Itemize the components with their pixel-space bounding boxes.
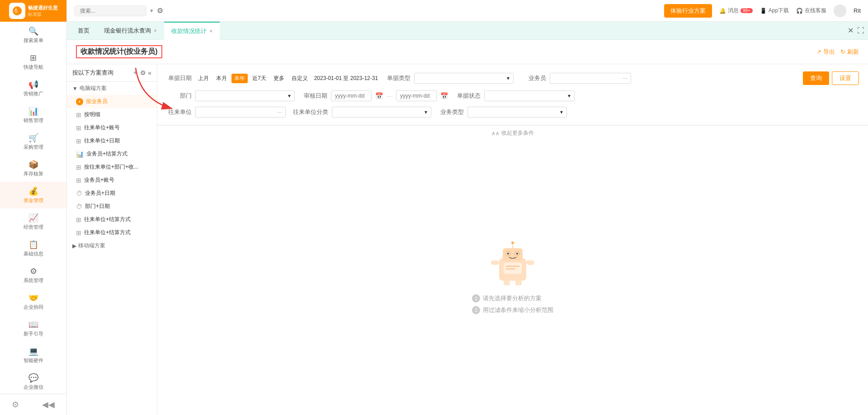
refresh-button[interactable]: ↻ 刷新 xyxy=(840,48,859,56)
date-btn-custom[interactable]: 自定义 xyxy=(289,74,311,83)
inventory-icon: 📦 xyxy=(28,160,38,170)
tab-collection-stats[interactable]: 收款情况统计 × xyxy=(164,22,220,40)
doctype-select[interactable]: ▾ xyxy=(414,73,514,84)
collapse-panel-btn[interactable]: « xyxy=(148,69,151,76)
dept-select[interactable]: ▾ xyxy=(195,90,295,101)
query-button[interactable]: 查询 xyxy=(803,71,829,85)
user-name: Rit xyxy=(854,7,861,14)
tab-maximize-icon[interactable]: ⛶ xyxy=(857,27,864,35)
basic-icon: 📋 xyxy=(28,240,38,250)
doc-status-select[interactable]: ▾ xyxy=(484,90,575,101)
business-type-select[interactable]: ▾ xyxy=(467,107,567,118)
date-btn-more[interactable]: 更多 xyxy=(271,74,287,83)
filter-item-doctype: 单据类型 ▾ xyxy=(385,73,514,84)
collapse-conditions-bar[interactable]: ∧∧ 收起更多条件 xyxy=(157,125,868,141)
panel-header: 按以下方案查询 ＋ ⚙ « xyxy=(67,64,157,82)
date-btn-thismonth[interactable]: 本月 xyxy=(213,74,230,83)
date-btn-7days[interactable]: 近7天 xyxy=(250,74,269,83)
step-1-text: 请先选择要分析的方案 xyxy=(483,294,542,302)
date-divider: — xyxy=(387,93,392,99)
tab-home[interactable]: 首页 xyxy=(71,22,97,40)
counterparty-category-chevron: ▾ xyxy=(425,109,427,115)
empty-state: 1 请先选择要分析的方案 2 用过滤条件来缩小分析范围 xyxy=(157,141,868,415)
header-search-input[interactable] xyxy=(74,5,146,16)
purchase-icon: 🛒 xyxy=(28,133,38,143)
settings-scheme-btn[interactable]: ⚙ xyxy=(140,69,146,76)
review-date-label: 审核日期 xyxy=(302,92,327,100)
tree-item-dept-date[interactable]: ⏱ 部门+日期 xyxy=(67,200,157,213)
sidebar-item-sales[interactable]: 📊 销售管理 xyxy=(0,102,66,128)
filter-row-3: 往来单位 ··· 往来单位分类 ▾ xyxy=(166,107,859,118)
sidebar-item-finance[interactable]: 💰 资金管理 xyxy=(0,182,66,208)
counterparty-select[interactable]: ··· xyxy=(195,107,286,118)
sidebar-item-quicknav[interactable]: ⊞ 快捷导航 xyxy=(0,48,66,75)
review-date-start[interactable] xyxy=(331,90,372,101)
svg-rect-16 xyxy=(515,281,522,285)
tab-close-all-icon[interactable]: ✕ xyxy=(848,26,854,35)
settings-bottom-icon[interactable]: ⚙ xyxy=(10,398,21,411)
filter-buttons: 查询 设置 xyxy=(803,71,859,85)
tab-collection-stats-label: 收款情况统计 xyxy=(171,27,207,35)
tab-bank-flow[interactable]: 现金银行流水查询 × xyxy=(97,22,164,40)
empty-step-2: 2 用过滤条件来缩小分析范围 xyxy=(472,306,553,314)
refresh-icon: ↻ xyxy=(840,48,845,55)
header-dropdown-icon[interactable]: ▾ xyxy=(150,7,153,14)
sidebar-item-search[interactable]: 🔍 搜索菜单 xyxy=(0,22,66,48)
download-icon: 📱 xyxy=(760,8,767,14)
tree-group-mobile[interactable]: ▶ 移动端方案 xyxy=(67,239,157,252)
notifications-action[interactable]: 🔔 消息 99+ xyxy=(719,7,753,14)
empty-illustration xyxy=(486,240,540,285)
add-scheme-btn[interactable]: ＋ xyxy=(132,69,138,77)
tab-bar: 首页 现金银行流水查询 × 收款情况统计 × ✕ ⛶ xyxy=(67,22,868,40)
filter-item-dept: 部门 ▾ xyxy=(166,90,295,101)
date-options-group: 上月 本月 本年 近7天 更多 自定义 xyxy=(195,74,311,83)
sidebar-item-basic[interactable]: 📋 基础信息 xyxy=(0,235,66,262)
trial-button[interactable]: 体验行业方案 xyxy=(664,4,712,18)
app-download-action[interactable]: 📱 App下载 xyxy=(760,7,789,14)
tree-item-by-detail[interactable]: ⊞ 按明细 xyxy=(67,108,157,121)
sidebar-item-enterprise[interactable]: 🤝 企业协同 xyxy=(0,288,66,315)
tree-item-label: 按业务员 xyxy=(86,98,108,105)
sidebar-item-inventory[interactable]: 📦 库存核算 xyxy=(0,155,66,182)
date-btn-thisyear[interactable]: 本年 xyxy=(231,74,248,83)
tree-group-desktop[interactable]: ▼ 电脑端方案 xyxy=(67,82,157,95)
guide-icon: 📖 xyxy=(28,320,38,330)
filter-row-1: 单据日期 上月 本月 本年 近7天 更多 自定义 2023-01-01 至 20… xyxy=(166,71,859,85)
export-button[interactable]: ↗ 导出 xyxy=(816,48,835,56)
tree-collapse-icon: ▶ xyxy=(72,243,76,249)
app-download-label: App下载 xyxy=(769,7,789,14)
bell-icon: 🔔 xyxy=(719,8,726,14)
counterparty-category-select[interactable]: ▾ xyxy=(332,107,431,118)
tree-item-salesperson-settle[interactable]: 📊 业务员+结算方式 xyxy=(67,147,157,160)
sidebar-item-system[interactable]: ⚙ 系统管理 xyxy=(0,262,66,288)
sidebar-item-marketing[interactable]: 📢 营销推广 xyxy=(0,75,66,102)
tree-item-salesperson-date[interactable]: ⏱ 业务员+日期 xyxy=(67,187,157,200)
collapse-sidebar-icon[interactable]: ◀◀ xyxy=(40,398,57,411)
tree-item-unit-date[interactable]: ⊞ 往来单位+日期 xyxy=(67,134,157,147)
tree-item-salesperson-account[interactable]: ⊞ 业务员+账号 xyxy=(67,174,157,187)
clock-icon-1: ⏱ xyxy=(76,190,82,197)
settings-button[interactable]: 设置 xyxy=(832,71,859,85)
sidebar-item-purchase[interactable]: 🛒 采购管理 xyxy=(0,128,66,155)
review-date-end[interactable] xyxy=(396,90,437,101)
tree-item-label-2: 按明细 xyxy=(84,111,100,118)
tab-bank-flow-close[interactable]: × xyxy=(154,28,157,34)
customer-service-action[interactable]: 🎧 在线客服 xyxy=(796,7,826,14)
sidebar-item-hardware[interactable]: 💻 智能硬件 xyxy=(0,342,66,368)
user-avatar[interactable] xyxy=(834,5,846,17)
tree-item-unit-dept[interactable]: ⊞ 按往来单位+部门+收... xyxy=(67,160,157,174)
sidebar-item-guide[interactable]: 📖 新手引导 xyxy=(0,315,66,342)
header-settings-icon[interactable]: ⚙ xyxy=(157,6,163,15)
tree-item-unit-settle2[interactable]: ⊞ 往来单位+结算方式 xyxy=(67,226,157,239)
tab-collection-stats-close[interactable]: × xyxy=(209,28,212,34)
tree-item-unit-account[interactable]: ⊞ 往来单位+账号 xyxy=(67,121,157,134)
tree-item-by-salesperson[interactable]: ● 按业务员 xyxy=(67,95,157,108)
date-btn-lastmonth[interactable]: 上月 xyxy=(195,74,212,83)
sidebar-bottom: ⚙ ◀◀ xyxy=(0,394,66,415)
date-range-display: 2023-01-01 至 2023-12-31 xyxy=(314,75,378,82)
sidebar-item-operations[interactable]: 📈 经营管理 xyxy=(0,208,66,235)
sidebar-item-wechat[interactable]: 💬 企业微信 xyxy=(0,368,66,394)
notification-badge: 99+ xyxy=(741,8,753,13)
salesperson-select[interactable]: ··· xyxy=(550,73,631,84)
tree-item-unit-settle1[interactable]: ⊞ 往来单位+结算方式 xyxy=(67,213,157,226)
